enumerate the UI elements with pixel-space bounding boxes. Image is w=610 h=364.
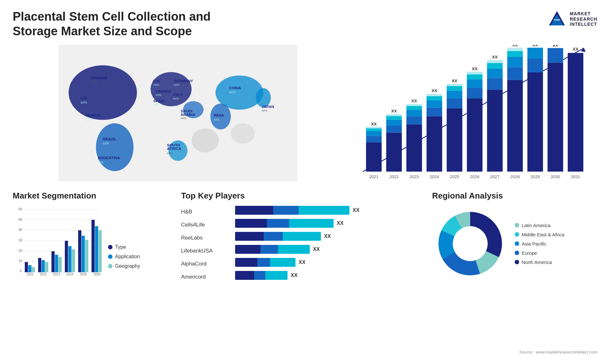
- donut-chart: [432, 206, 508, 282]
- application-label: Application: [115, 254, 140, 260]
- svg-rect-69: [427, 116, 442, 172]
- segmentation-chart: 60 50 40 30 20 10 0: [13, 206, 102, 275]
- svg-text:xx%: xx%: [167, 151, 173, 155]
- svg-rect-50: [366, 131, 382, 136]
- svg-rect-91: [487, 78, 503, 90]
- player-bar-row-2: XX: [235, 232, 423, 241]
- svg-text:XX: XX: [452, 78, 458, 83]
- svg-rect-84: [467, 88, 483, 98]
- svg-text:2030: 2030: [551, 174, 560, 179]
- svg-text:XX: XX: [371, 122, 377, 126]
- application-dot: [108, 254, 112, 259]
- player-bar-row-0: XX: [235, 206, 423, 215]
- svg-rect-56: [386, 125, 402, 133]
- svg-rect-97: [507, 80, 523, 172]
- player-bar-row-5: XX: [235, 271, 423, 280]
- na-label: North America: [522, 260, 552, 265]
- svg-text:10: 10: [18, 259, 22, 263]
- svg-rect-100: [507, 51, 523, 57]
- svg-text:xx%: xx%: [153, 103, 159, 106]
- svg-rect-104: [527, 72, 543, 172]
- map-area: CANADA xx% U.S. xx% MEXICO xx% BRAZIL xx…: [13, 45, 343, 181]
- svg-text:XX: XX: [391, 109, 397, 113]
- svg-text:XX: XX: [472, 66, 478, 71]
- mea-dot: [515, 232, 519, 237]
- svg-rect-113: [568, 53, 583, 172]
- svg-rect-2: [554, 19, 560, 21]
- player-bar-0: [235, 206, 349, 215]
- player-name-5: Americord: [181, 272, 229, 282]
- svg-rect-143: [68, 246, 71, 272]
- svg-text:2022: 2022: [389, 174, 399, 179]
- svg-rect-90: [487, 90, 503, 172]
- svg-text:ARGENTINA: ARGENTINA: [98, 156, 120, 160]
- legend-application: Application: [108, 254, 140, 260]
- reg-legend-latin: Latin America: [515, 223, 564, 228]
- svg-text:xx%: xx%: [173, 97, 179, 100]
- svg-text:xx%: xx%: [229, 90, 236, 94]
- svg-text:2021: 2021: [27, 273, 34, 275]
- svg-text:XX: XX: [411, 98, 417, 103]
- svg-rect-52: [366, 127, 382, 128]
- svg-text:xx%: xx%: [214, 118, 220, 121]
- svg-rect-106: [527, 48, 543, 59]
- type-dot: [108, 245, 112, 249]
- player-name-1: Cells4Life: [181, 220, 229, 230]
- svg-text:XX: XX: [532, 45, 538, 47]
- geography-label: Geography: [115, 263, 140, 269]
- logo-area: MARKET RESEARCH INTELLECT: [547, 10, 597, 29]
- svg-text:xx%: xx%: [81, 100, 87, 104]
- svg-text:2026: 2026: [93, 273, 101, 275]
- segmentation-area: Market Segmentation 60 50 40 30 20 10 0: [13, 188, 172, 347]
- svg-rect-134: [38, 258, 41, 272]
- svg-point-44: [192, 129, 219, 152]
- svg-rect-99: [507, 57, 523, 67]
- latin-label: Latin America: [522, 223, 551, 228]
- svg-rect-135: [42, 260, 45, 272]
- latin-dot: [515, 223, 519, 227]
- svg-rect-72: [427, 96, 442, 100]
- svg-rect-148: [85, 240, 88, 272]
- svg-text:60: 60: [18, 207, 22, 211]
- svg-rect-132: [32, 267, 35, 272]
- svg-rect-101: [507, 48, 523, 51]
- svg-rect-93: [487, 63, 503, 69]
- player-bars-list: XX XX: [235, 206, 423, 282]
- svg-rect-92: [487, 69, 503, 78]
- svg-rect-109: [547, 63, 563, 172]
- player-bar-4: [235, 258, 295, 267]
- players-area: Top Key Players H&B Cells4Life ReeLabs L…: [181, 188, 423, 347]
- svg-text:2026: 2026: [470, 174, 479, 179]
- na-dot: [515, 260, 519, 264]
- svg-text:2028: 2028: [510, 174, 520, 179]
- regional-legend: Latin America Middle East & Africa Asia …: [515, 223, 564, 265]
- svg-rect-94: [487, 60, 503, 63]
- svg-rect-76: [447, 108, 462, 172]
- player-bar-3: [235, 245, 310, 254]
- svg-text:30: 30: [18, 238, 22, 242]
- svg-text:BRAZIL: BRAZIL: [103, 137, 117, 141]
- legend-geography: Geography: [108, 263, 140, 269]
- svg-rect-49: [366, 136, 382, 142]
- svg-rect-51: [366, 128, 382, 131]
- svg-rect-57: [386, 120, 402, 125]
- svg-text:2021: 2021: [369, 174, 379, 179]
- svg-text:50: 50: [18, 218, 22, 221]
- player-value-1: XX: [337, 220, 343, 226]
- svg-rect-152: [98, 230, 102, 272]
- svg-rect-48: [366, 142, 382, 172]
- svg-rect-98: [507, 67, 523, 80]
- svg-point-45: [231, 123, 255, 144]
- svg-text:2025: 2025: [450, 174, 459, 179]
- player-bar-5: [235, 271, 288, 280]
- svg-text:2024: 2024: [430, 174, 439, 179]
- svg-rect-87: [467, 72, 483, 74]
- svg-text:XX: XX: [573, 47, 579, 52]
- type-label: Type: [115, 244, 126, 250]
- svg-text:xx%: xx%: [103, 141, 110, 145]
- segmentation-title: Market Segmentation: [13, 191, 172, 201]
- player-bar-row-4: XX: [235, 258, 423, 267]
- svg-text:XX: XX: [512, 45, 518, 47]
- svg-rect-70: [427, 108, 442, 117]
- svg-rect-85: [467, 79, 483, 88]
